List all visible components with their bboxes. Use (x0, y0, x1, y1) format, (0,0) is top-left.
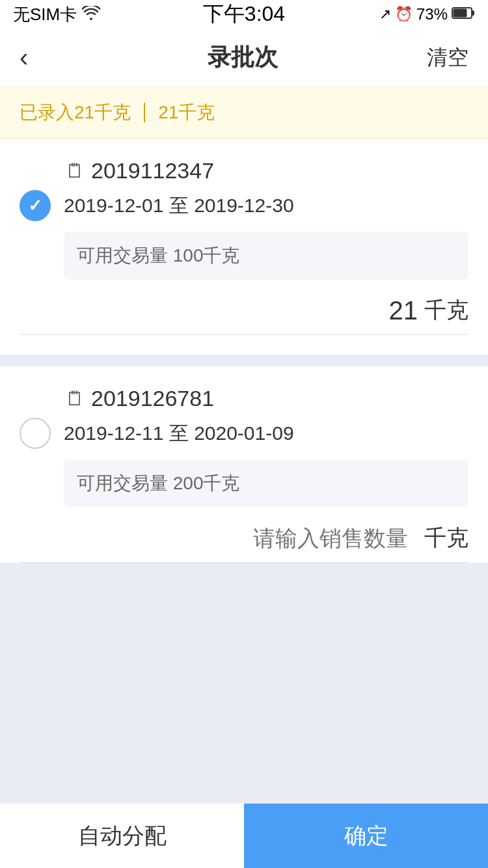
location-icon: ↗ (379, 6, 391, 23)
wifi-icon (82, 5, 100, 25)
alarm-icon: ⏰ (395, 6, 413, 23)
back-button[interactable]: ‹ (20, 43, 59, 72)
batch-1-radio[interactable] (20, 190, 51, 221)
nav-bar: ‹ 录批次 清空 (0, 29, 488, 87)
batch-2-radio[interactable] (20, 418, 51, 449)
batch-icon-1: 🗒 (65, 160, 85, 182)
status-time: 下午3:04 (203, 0, 285, 29)
recorded-amount-value: 21千克 (158, 100, 215, 125)
batch-1-date: 2019-12-01 至 2019-12-30 (64, 193, 294, 219)
batch-2-date-row[interactable]: 2019-12-11 至 2020-01-09 (20, 418, 468, 449)
recorded-amount-label: 已录入21千克 (20, 100, 131, 125)
bottom-action-bar: 自动分配 确定 (0, 803, 488, 868)
info-divider (144, 103, 145, 122)
carrier-text: 无SIM卡 (13, 3, 77, 26)
batch-2-id: 2019126781 (91, 386, 214, 411)
empty-area (0, 563, 488, 836)
page-title: 录批次 (208, 42, 278, 74)
batch-2-header: 🗒 2019126781 (20, 386, 468, 411)
batch-item-2: 🗒 2019126781 2019-12-11 至 2020-01-09 可用交… (0, 366, 488, 563)
batch-icon-2: 🗒 (65, 388, 85, 410)
batch-1-quantity-unit: 千克 (424, 295, 468, 325)
battery-text: 73% (416, 5, 448, 23)
status-right: ↗ ⏰ 73% (379, 5, 475, 23)
batch-1-date-row[interactable]: 2019-12-01 至 2019-12-30 (20, 190, 468, 221)
batch-1-quantity-value: 21 (389, 296, 418, 325)
confirm-button[interactable]: 确定 (244, 804, 488, 868)
batch-2-quantity-row: 千克 (0, 508, 488, 553)
battery-icon (452, 5, 475, 23)
batch-1-header: 🗒 2019112347 (20, 158, 468, 183)
status-bar: 无SIM卡 下午3:04 ↗ ⏰ 73% (0, 0, 488, 29)
status-left: 无SIM卡 (13, 3, 100, 26)
batch-2-quantity-unit: 千克 (424, 523, 468, 553)
svg-rect-2 (454, 9, 467, 18)
batch-1-id: 2019112347 (91, 158, 214, 183)
clear-button[interactable]: 清空 (427, 44, 468, 72)
section-separator (0, 355, 488, 366)
auto-distribute-button[interactable]: 自动分配 (0, 804, 244, 868)
batch-1-available: 可用交易量 100千克 (64, 232, 468, 280)
svg-rect-1 (472, 10, 474, 16)
info-banner: 已录入21千克 21千克 (0, 87, 488, 139)
batch-item-1: 🗒 2019112347 2019-12-01 至 2019-12-30 可用交… (0, 139, 488, 355)
batch-2-quantity-input[interactable] (20, 526, 418, 551)
batch-1-quantity-row: 21 千克 (0, 280, 488, 325)
batch-2-available: 可用交易量 200千克 (64, 459, 468, 508)
batch-2-date: 2019-12-11 至 2020-01-09 (64, 420, 294, 447)
